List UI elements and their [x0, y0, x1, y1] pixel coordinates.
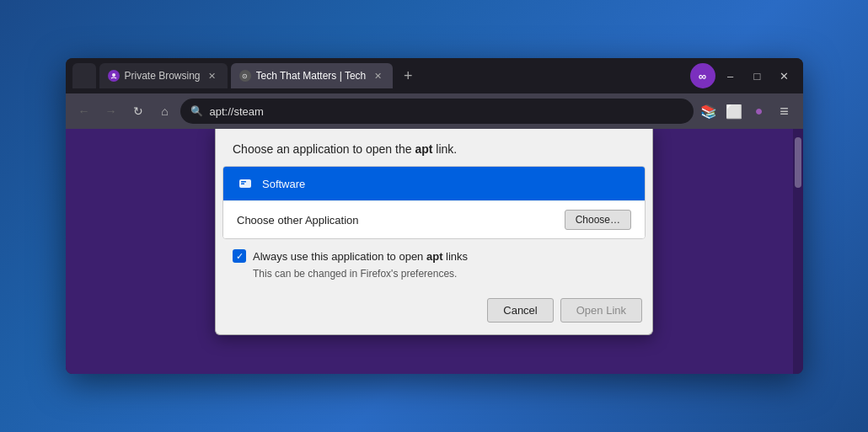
software-app-item[interactable]: Software — [223, 167, 645, 200]
toolbar: ← → ↻ ⌂ 🔍 apt://steam 📚 ⬜ ● ≡ — [66, 93, 803, 129]
checkbox-label: Always use this application to open apt … — [253, 250, 468, 263]
menu-button[interactable]: ≡ — [773, 99, 796, 123]
choose-other-label: Choose other Application — [237, 214, 556, 227]
close-window-button[interactable]: ✕ — [773, 64, 796, 88]
checkbox-label-bold: apt — [426, 250, 443, 263]
new-tab-button[interactable]: + — [396, 64, 420, 88]
dialog-overlay: Choose an application to open the apt li… — [66, 129, 803, 374]
checkbox-label-prefix: Always use this application to open — [253, 250, 426, 263]
website-icon: ⊙ — [239, 70, 251, 82]
choose-button[interactable]: Choose… — [565, 210, 631, 230]
tab-tech-that-matters[interactable]: ⊙ Tech That Matters | Tech ✕ — [231, 63, 394, 88]
application-list: Software Choose other Application Choose… — [222, 166, 646, 239]
profile-button[interactable]: ∞ — [690, 63, 715, 88]
address-bar-value: apt://steam — [210, 105, 264, 118]
open-link-button[interactable]: Open Link — [560, 298, 642, 323]
forward-button[interactable]: → — [99, 99, 123, 123]
dialog-title-prefix: Choose an application to open the — [233, 142, 415, 156]
tab-private-browsing[interactable]: Private Browsing ✕ — [99, 63, 228, 88]
cancel-button[interactable]: Cancel — [487, 298, 553, 323]
address-bar-search-icon: 🔍 — [190, 105, 203, 117]
tab-spacer — [72, 63, 96, 88]
close-private-tab-button[interactable]: ✕ — [206, 69, 219, 83]
choose-other-app-item: Choose other Application Choose… — [223, 200, 645, 238]
software-label: Software — [262, 178, 631, 190]
tech-tab-label: Tech That Matters | Tech — [256, 70, 367, 82]
address-bar[interactable]: 🔍 apt://steam — [180, 99, 694, 124]
private-browsing-icon — [108, 70, 120, 82]
private-browsing-tab-label: Private Browsing — [125, 70, 201, 82]
account-button[interactable]: ● — [747, 99, 771, 123]
checkbox-label-suffix: links — [442, 250, 468, 263]
back-button[interactable]: ← — [72, 99, 96, 123]
library-button[interactable]: 📚 — [697, 99, 721, 123]
dialog-title: Choose an application to open the apt li… — [216, 129, 652, 166]
svg-point-0 — [112, 73, 115, 77]
maximize-button[interactable]: □ — [746, 64, 769, 88]
content-area: G Search t Choose an application to open… — [66, 129, 803, 374]
window-controls: – □ ✕ — [719, 64, 796, 88]
checkmark-icon: ✓ — [236, 251, 244, 262]
open-application-dialog: Choose an application to open the apt li… — [215, 129, 653, 335]
preferences-note: This can be changed in Firefox's prefere… — [216, 266, 652, 291]
title-bar: Private Browsing ✕ ⊙ Tech That Matters |… — [66, 58, 803, 93]
dialog-title-suffix: link. — [432, 142, 457, 156]
toolbar-right: 📚 ⬜ ● ≡ — [697, 99, 796, 123]
always-use-checkbox-area: ✓ Always use this application to open ap… — [216, 239, 652, 266]
reload-button[interactable]: ↻ — [126, 99, 150, 123]
svg-rect-2 — [241, 181, 246, 183]
close-tech-tab-button[interactable]: ✕ — [371, 69, 384, 83]
minimize-button[interactable]: – — [719, 64, 742, 88]
always-use-checkbox[interactable]: ✓ — [233, 249, 246, 263]
dialog-title-bold: apt — [415, 142, 432, 156]
synced-tabs-button[interactable]: ⬜ — [722, 99, 746, 123]
dialog-buttons: Cancel Open Link — [216, 291, 652, 334]
software-icon — [237, 175, 254, 192]
svg-rect-3 — [241, 184, 244, 185]
browser-window: Private Browsing ✕ ⊙ Tech That Matters |… — [66, 58, 803, 374]
home-button[interactable]: ⌂ — [153, 99, 177, 123]
